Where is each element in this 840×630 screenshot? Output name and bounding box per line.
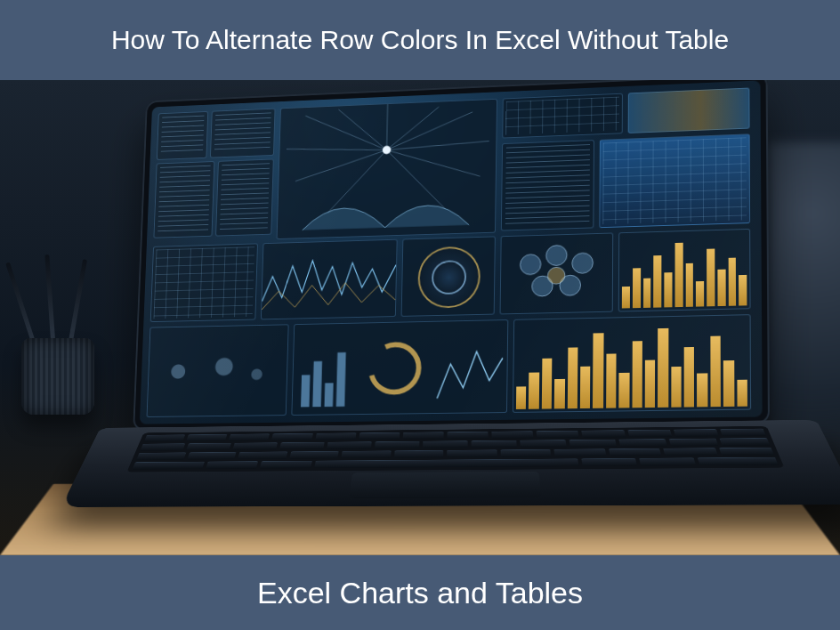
data-list-panel [153,161,214,238]
svg-point-13 [546,245,568,265]
laptop [94,80,818,555]
pen-cup-icon [21,338,94,415]
data-list-panel [157,111,208,160]
data-list-panel [215,158,274,236]
svg-point-12 [520,254,541,275]
pattern-panel [150,243,258,322]
svg-line-9 [327,150,386,214]
footer-banner: Excel Charts and Tables [0,555,840,630]
svg-line-2 [387,104,388,149]
svg-rect-19 [312,361,322,407]
hero-illustration [0,80,840,555]
footer-caption: Excel Charts and Tables [257,576,583,610]
hex-cluster-icon [501,233,613,314]
svg-rect-21 [336,352,346,407]
svg-line-3 [387,107,440,149]
world-map-panel [147,324,289,417]
bar-chart-panel [513,314,751,413]
header-banner: How To Alternate Row Colors In Excel Wit… [0,0,840,80]
gauge-panel [401,236,496,316]
burst-icon [278,100,497,239]
svg-point-14 [572,253,594,273]
svg-line-7 [295,150,387,182]
keyboard [126,426,784,472]
bar-chart-panel [618,229,751,312]
header-title: How To Alternate Row Colors In Excel Wit… [111,25,729,55]
multi-chart-panel [291,319,508,416]
svg-line-0 [304,112,387,153]
sparkline-panel [261,239,398,320]
data-list-panel [210,109,276,158]
dashboard-screen [140,80,763,424]
svg-line-6 [287,145,387,154]
laptop-screen-frame [133,80,770,431]
svg-point-17 [547,267,565,284]
data-list-panel [501,140,594,230]
sparkline-icon [262,240,397,319]
svg-rect-18 [301,375,310,407]
cluster-panel [500,232,614,314]
legend-strip [628,88,750,133]
svg-line-5 [387,141,489,150]
data-grid-panel [599,133,750,228]
mixed-chart-icon [292,320,507,416]
svg-line-10 [385,148,447,211]
svg-line-4 [387,112,473,150]
svg-line-1 [337,108,387,152]
trackpad [349,472,541,498]
laptop-base [61,420,840,507]
svg-rect-20 [324,383,333,407]
svg-point-22 [370,344,419,392]
svg-line-8 [386,146,481,179]
table-panel [502,93,623,139]
radial-burst-panel [277,99,497,239]
